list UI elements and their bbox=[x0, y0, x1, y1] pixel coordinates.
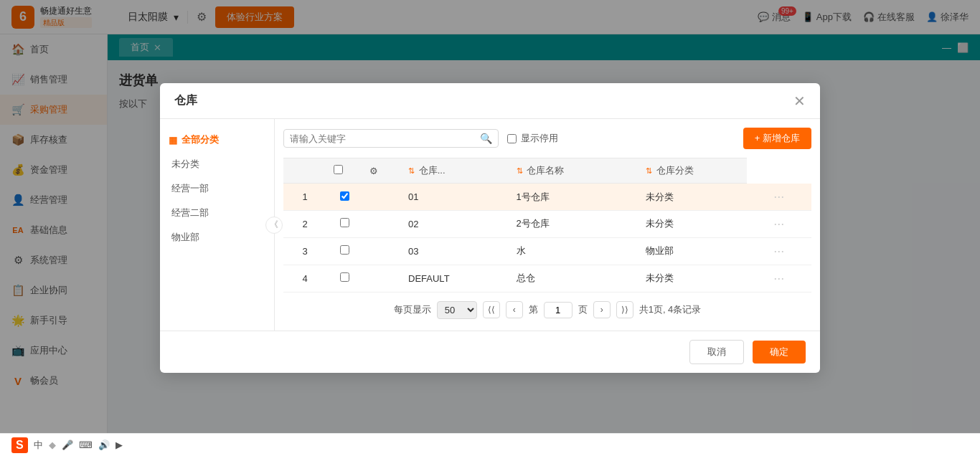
cell-category: 未分类 bbox=[639, 265, 747, 292]
cell-category: 未分类 bbox=[639, 210, 747, 237]
cell-name: 2号仓库 bbox=[509, 210, 639, 237]
th-category: ⇅ 仓库分类 bbox=[639, 158, 747, 184]
confirm-button[interactable]: 确定 bbox=[753, 341, 806, 364]
category-all[interactable]: ▦ 全部分类 bbox=[160, 128, 274, 152]
cell-code: 03 bbox=[401, 237, 509, 265]
th-num bbox=[283, 158, 326, 184]
row-more-icon[interactable]: ··· bbox=[773, 217, 784, 231]
cell-code: 02 bbox=[401, 210, 509, 237]
warehouse-table: ⚙ ⇅ 仓库... ⇅ 仓库名称 ⇅ bbox=[283, 158, 811, 293]
row-more-icon[interactable]: ··· bbox=[773, 189, 784, 204]
cell-num: 1 bbox=[283, 184, 326, 211]
cell-check[interactable] bbox=[326, 210, 362, 237]
modal-footer: 取消 确定 bbox=[160, 331, 820, 373]
collapse-button[interactable]: 《 bbox=[265, 217, 283, 234]
row-checkbox-0[interactable] bbox=[340, 191, 349, 201]
diamond-icon: ◆ bbox=[49, 440, 56, 450]
show-disabled-checkbox[interactable] bbox=[507, 134, 517, 143]
next-page-button[interactable]: › bbox=[593, 301, 611, 318]
search-input[interactable] bbox=[290, 133, 480, 144]
show-disabled-label[interactable]: 显示停用 bbox=[507, 132, 558, 145]
cell-actions[interactable]: ··· bbox=[747, 237, 811, 265]
chinese-input-icon[interactable]: 中 bbox=[34, 439, 43, 452]
cell-gear bbox=[362, 184, 401, 211]
cell-code: DEFAULT bbox=[401, 265, 509, 292]
row-checkbox-3[interactable] bbox=[340, 272, 349, 282]
table-row[interactable]: 2 02 2号仓库 未分类 ··· bbox=[283, 210, 811, 237]
table-header-row: ⚙ ⇅ 仓库... ⇅ 仓库名称 ⇅ bbox=[283, 158, 811, 184]
cell-gear bbox=[362, 210, 401, 237]
bottom-bar: S 中 ◆ 🎤 ⌨ 🔊 ▶ bbox=[0, 433, 980, 456]
cell-check[interactable] bbox=[326, 184, 362, 211]
row-checkbox-2[interactable] bbox=[340, 245, 349, 255]
table-settings-icon[interactable]: ⚙ bbox=[369, 166, 378, 176]
category-item-unclassified[interactable]: 未分类 bbox=[160, 152, 274, 176]
category-item-dept2[interactable]: 经营二部 bbox=[160, 201, 274, 225]
pagination: 每页显示 50 20 100 ⟨⟨ ‹ 第 页 › ⟩⟩ 共1页, 4条记录 bbox=[283, 293, 811, 322]
th-code: ⇅ 仓库... bbox=[401, 158, 509, 184]
per-page-select[interactable]: 50 20 100 bbox=[437, 301, 477, 319]
cell-category: 未分类 bbox=[639, 184, 747, 211]
modal-header: 仓库 ✕ bbox=[160, 83, 820, 119]
cell-name: 总仓 bbox=[509, 265, 639, 292]
table-toolbar: 🔍 显示停用 + 新增仓库 bbox=[283, 128, 811, 149]
cell-actions[interactable]: ··· bbox=[747, 184, 811, 211]
cell-category: 物业部 bbox=[639, 237, 747, 265]
cancel-button[interactable]: 取消 bbox=[689, 340, 744, 364]
cell-name: 1号仓库 bbox=[509, 184, 639, 211]
modal-title: 仓库 bbox=[174, 93, 197, 108]
cell-check[interactable] bbox=[326, 237, 362, 265]
table-panel: 🔍 显示停用 + 新增仓库 bbox=[275, 119, 820, 331]
th-check bbox=[326, 158, 362, 184]
cell-name: 水 bbox=[509, 237, 639, 265]
search-icon[interactable]: 🔍 bbox=[480, 133, 492, 144]
table-row[interactable]: 1 01 1号仓库 未分类 ··· bbox=[283, 184, 811, 211]
row-more-icon[interactable]: ··· bbox=[773, 271, 784, 285]
cell-num: 3 bbox=[283, 237, 326, 265]
modal-overlay: 仓库 ✕ ▦ 全部分类 未分类 经营一部 经营二部 物业部 《 bbox=[0, 0, 980, 456]
play-icon[interactable]: ▶ bbox=[116, 440, 123, 450]
prev-page-button[interactable]: ‹ bbox=[506, 301, 523, 318]
th-name: ⇅ 仓库名称 bbox=[509, 158, 639, 184]
warehouse-modal: 仓库 ✕ ▦ 全部分类 未分类 经营一部 经营二部 物业部 《 bbox=[160, 83, 820, 373]
brand-icon: S bbox=[11, 437, 28, 453]
modal-close-button[interactable]: ✕ bbox=[793, 94, 806, 108]
row-checkbox-1[interactable] bbox=[340, 218, 349, 227]
grid-icon: ▦ bbox=[169, 135, 177, 146]
table-row[interactable]: 3 03 水 物业部 ··· bbox=[283, 237, 811, 265]
sort-icon-name: ⇅ bbox=[517, 166, 523, 175]
category-panel: ▦ 全部分类 未分类 经营一部 经营二部 物业部 《 bbox=[160, 119, 275, 331]
first-page-button[interactable]: ⟨⟨ bbox=[483, 301, 500, 318]
cell-actions[interactable]: ··· bbox=[747, 210, 811, 237]
volume-icon[interactable]: 🔊 bbox=[98, 440, 110, 450]
cell-gear bbox=[362, 265, 401, 292]
cell-actions[interactable]: ··· bbox=[747, 265, 811, 292]
microphone-icon[interactable]: 🎤 bbox=[62, 440, 73, 450]
cell-num: 4 bbox=[283, 265, 326, 292]
sort-icon-code: ⇅ bbox=[408, 166, 415, 175]
table-body: 1 01 1号仓库 未分类 ··· 2 02 2号仓库 未分类 ··· 3 bbox=[283, 184, 811, 293]
page-number-input[interactable] bbox=[544, 302, 573, 318]
select-all-checkbox[interactable] bbox=[334, 165, 343, 174]
cell-num: 2 bbox=[283, 210, 326, 237]
category-item-property[interactable]: 物业部 bbox=[160, 225, 274, 250]
category-item-dept1[interactable]: 经营一部 bbox=[160, 176, 274, 201]
cell-code: 01 bbox=[401, 184, 509, 211]
last-page-button[interactable]: ⟩⟩ bbox=[616, 301, 633, 318]
modal-body: ▦ 全部分类 未分类 经营一部 经营二部 物业部 《 🔍 bbox=[160, 119, 820, 331]
cell-gear bbox=[362, 237, 401, 265]
row-more-icon[interactable]: ··· bbox=[773, 244, 784, 258]
table-row[interactable]: 4 DEFAULT 总仓 未分类 ··· bbox=[283, 265, 811, 292]
keyboard-icon[interactable]: ⌨ bbox=[79, 440, 93, 450]
th-gear: ⚙ bbox=[362, 158, 401, 184]
search-box: 🔍 bbox=[283, 129, 499, 148]
cell-check[interactable] bbox=[326, 265, 362, 292]
add-warehouse-button[interactable]: + 新增仓库 bbox=[743, 128, 811, 149]
sort-icon-cat: ⇅ bbox=[646, 166, 652, 175]
